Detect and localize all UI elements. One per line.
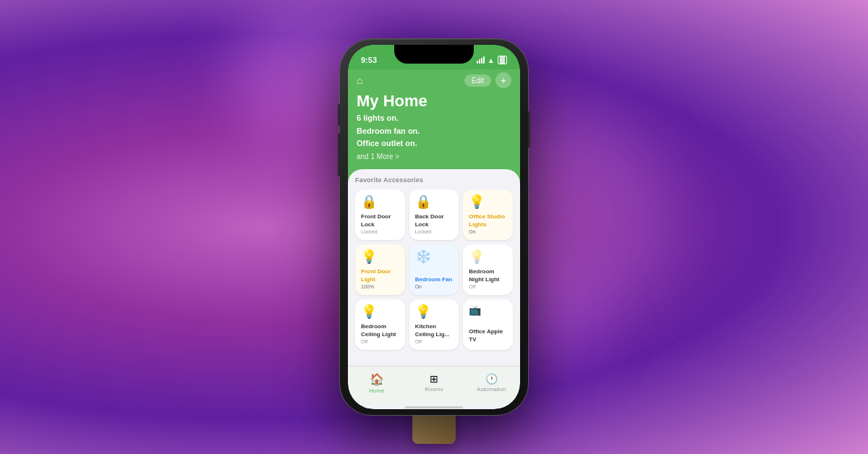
header-area: ⌂ Edit + My Home 6 lights on. Bedroom fa…	[348, 69, 520, 169]
accessories-section: Favorite Accessories 🔒 Front Door Lock L…	[348, 169, 520, 366]
home-icon[interactable]: ⌂	[357, 74, 362, 86]
tab-automation[interactable]: 🕐 Automation	[473, 373, 509, 393]
tile-name: Front Door Lock	[361, 213, 399, 228]
tab-rooms-label: Rooms	[425, 386, 443, 393]
tile-name: Bedroom Ceiling Light	[361, 323, 399, 338]
tab-automation-label: Automation	[477, 386, 506, 393]
status-line-3: Office outlet on.	[357, 139, 417, 147]
tile-status: Off	[415, 339, 454, 344]
home-indicator	[348, 405, 520, 409]
ceiling-icon: 💡	[415, 305, 454, 318]
tab-bar: 🏠 Home ⊞ Rooms 🕐 Automation	[348, 366, 520, 405]
header-top: ⌂ Edit +	[357, 72, 511, 88]
tile-status: Locked	[415, 229, 454, 234]
tile-name: Bedroom Fan	[415, 276, 454, 283]
rooms-tab-icon: ⊞	[430, 373, 438, 385]
scene: 9:53 ▲ ▓ ⌂	[340, 39, 528, 415]
add-button[interactable]: +	[495, 72, 511, 88]
tile-name: Front Door Light	[361, 268, 399, 283]
accessory-tile-bedroom-ceiling-light[interactable]: 💡 Bedroom Ceiling Light Off	[355, 299, 405, 350]
tile-name: Kitchen Ceiling Lig...	[415, 323, 454, 338]
tile-status: Off	[361, 339, 399, 344]
accessories-grid: 🔒 Front Door Lock Locked 🔒 Back Door Loc…	[355, 189, 513, 350]
notch	[394, 45, 474, 64]
accessory-tile-bedroom-night-light[interactable]: 💡 Bedroom Night Light Off	[463, 244, 513, 295]
tile-name: Office Studio Lights	[469, 213, 507, 228]
accessory-tile-front-door-lock[interactable]: 🔒 Front Door Lock Locked	[355, 189, 405, 240]
phone-screen-bezel: 9:53 ▲ ▓ ⌂	[348, 45, 520, 409]
tile-name: Office Apple TV	[469, 328, 507, 343]
screen: 9:53 ▲ ▓ ⌂	[348, 45, 520, 409]
status-icons: ▲ ▓	[477, 56, 507, 64]
bulb-icon: 💡	[361, 250, 399, 263]
lock-icon: 🔒	[361, 195, 399, 208]
tab-rooms[interactable]: ⊞ Rooms	[416, 373, 452, 393]
accessory-tile-front-door-light[interactable]: 💡 Front Door Light 100%	[355, 244, 405, 295]
bulb-icon: 💡	[469, 195, 507, 208]
tile-name: Back Door Lock	[415, 213, 454, 228]
lock-icon: 🔒	[415, 195, 454, 208]
edit-button[interactable]: Edit	[464, 74, 491, 87]
tile-status: Locked	[361, 229, 399, 234]
tab-home[interactable]: 🏠 Home	[359, 372, 395, 394]
status-summary: 6 lights on. Bedroom fan on. Office outl…	[357, 112, 511, 150]
accessory-tile-back-door-lock[interactable]: 🔒 Back Door Lock Locked	[409, 189, 459, 240]
accessory-tile-office-appletv[interactable]: 📺 Office Apple TV	[463, 299, 513, 350]
header-buttons: Edit +	[464, 72, 511, 88]
home-tab-icon: 🏠	[370, 372, 384, 386]
page-title: My Home	[357, 93, 511, 110]
accessories-section-title: Favorite Accessories	[355, 176, 513, 184]
status-time: 9:53	[361, 56, 377, 64]
accessory-tile-bedroom-fan[interactable]: ❄️ Bedroom Fan On	[409, 244, 459, 295]
tile-status: On	[415, 284, 454, 289]
tile-name: Bedroom Night Light	[469, 268, 507, 283]
more-link[interactable]: and 1 More >	[357, 153, 511, 160]
signal-icon	[477, 56, 485, 64]
ceiling-icon: 💡	[361, 305, 399, 318]
status-line-1: 6 lights on.	[357, 113, 399, 122]
wifi-icon: ▲	[488, 56, 495, 64]
phone-body: 9:53 ▲ ▓ ⌂	[340, 39, 528, 415]
battery-icon: ▓	[498, 56, 507, 64]
tile-status: On	[469, 229, 507, 234]
tile-status: 100%	[361, 284, 399, 289]
home-indicator-bar	[405, 406, 463, 408]
tab-home-label: Home	[369, 387, 384, 394]
accessory-tile-office-studio-lights[interactable]: 💡 Office Studio Lights On	[463, 189, 513, 240]
fan-icon: ❄️	[415, 250, 454, 263]
status-line-2: Bedroom fan on.	[357, 127, 420, 135]
accessory-tile-kitchen-ceiling-light[interactable]: 💡 Kitchen Ceiling Lig... Off	[409, 299, 459, 350]
automation-tab-icon: 🕐	[485, 373, 498, 385]
bulb-icon: 💡	[469, 250, 507, 263]
tv-icon: 📺	[469, 305, 507, 315]
tile-status: Off	[469, 284, 507, 289]
